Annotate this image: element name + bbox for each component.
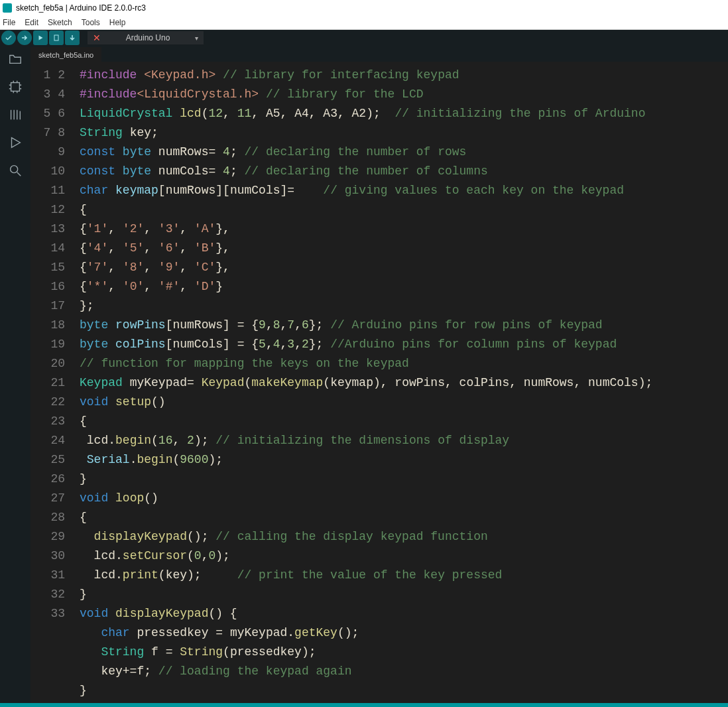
menu-edit[interactable]: Edit (25, 18, 38, 27)
arrow-right-icon (21, 34, 29, 42)
board-name: Arduino Uno (126, 33, 170, 42)
svg-marker-3 (12, 138, 21, 148)
title-bar: sketch_feb5a | Arduino IDE 2.0.0-rc3 (0, 0, 728, 16)
check-icon (5, 34, 13, 42)
board-manager-icon[interactable] (7, 79, 23, 95)
toolbar: ✕ Arduino Uno ▾ (0, 30, 728, 46)
board-selector[interactable]: ✕ Arduino Uno ▾ (88, 31, 204, 44)
svg-rect-2 (11, 83, 20, 92)
menu-sketch[interactable]: Sketch (48, 18, 72, 27)
svg-point-4 (11, 166, 18, 173)
down-arrow-icon (68, 34, 76, 42)
tab-bar: sketch_feb5a.ino (30, 46, 728, 62)
debug-button[interactable] (33, 31, 48, 45)
play-bug-icon (36, 34, 44, 42)
library-icon[interactable] (7, 107, 23, 123)
menu-file[interactable]: File (3, 18, 15, 27)
menu-bar: File Edit Sketch Tools Help (0, 16, 728, 30)
file-icon (52, 34, 60, 42)
board-status-icon: ✕ (93, 33, 101, 42)
activity-bar (0, 46, 30, 703)
svg-marker-0 (39, 36, 43, 40)
menu-help[interactable]: Help (109, 18, 126, 27)
folder-icon[interactable] (7, 51, 23, 67)
save-button[interactable] (65, 31, 80, 45)
search-icon[interactable] (7, 162, 23, 178)
line-number-gutter: 1 2 3 4 5 6 7 8 9 10 11 12 13 14 15 16 1… (30, 62, 76, 703)
app-icon (3, 3, 12, 13)
window-title: sketch_feb5a | Arduino IDE 2.0.0-rc3 (16, 3, 146, 13)
chevron-down-icon: ▾ (195, 34, 198, 42)
svg-rect-1 (54, 35, 58, 40)
verify-button[interactable] (1, 31, 16, 45)
code-area[interactable]: #include <Keypad.h> // library for inter… (76, 62, 728, 703)
debug-panel-icon[interactable] (7, 135, 23, 151)
tab-sketch[interactable]: sketch_feb5a.ino (30, 47, 101, 62)
menu-tools[interactable]: Tools (82, 18, 100, 27)
status-bar (0, 703, 728, 707)
new-button[interactable] (49, 31, 64, 45)
code-editor[interactable]: 1 2 3 4 5 6 7 8 9 10 11 12 13 14 15 16 1… (30, 62, 728, 703)
upload-button[interactable] (17, 31, 32, 45)
tab-filename: sketch_feb5a.ino (38, 51, 93, 59)
